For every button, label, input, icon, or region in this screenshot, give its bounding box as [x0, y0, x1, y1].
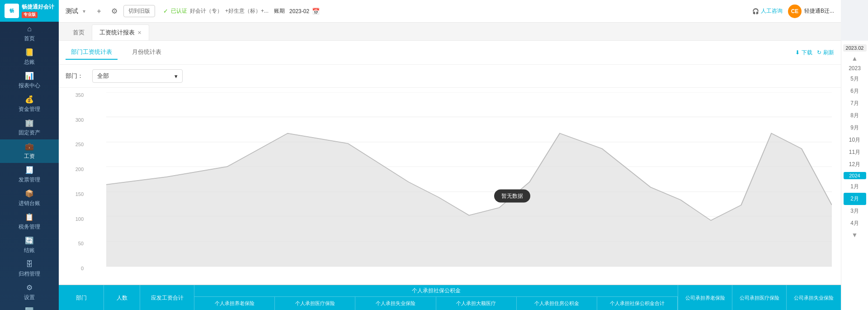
date-down-button[interactable]: ▼ [849, 229, 860, 240]
date-up-button[interactable]: ▲ [849, 53, 860, 64]
sidebar-item-sales[interactable]: 📦 进销台账 [0, 186, 59, 210]
user-menu[interactable]: CE 轻捷通B迁... [788, 5, 834, 18]
current-date-label: 2023.02 [843, 44, 867, 52]
th-personal-insurance-group: 个人承担社保公积金 个人承担养老保险 个人承担医疗保险 个人承担失业保险 个人承… [194, 285, 678, 310]
sidebar-item-home[interactable]: ⌂ 首页 [0, 22, 59, 45]
sidebar-item-archive[interactable]: 🗄 归档管理 [0, 257, 59, 281]
sidebar-item-settings[interactable]: ⚙ 设置 [0, 281, 59, 304]
logo-text: 畅捷通好会计 专业版 [22, 4, 54, 18]
switch-version-button[interactable]: 切到旧版 [123, 5, 155, 17]
module-name: 测试 [66, 7, 78, 15]
sidebar-label-ledger: 总账 [24, 58, 35, 66]
th-personal-housing: 个人承担住房公积金 [517, 297, 597, 310]
tab-home[interactable]: 首页 [66, 25, 92, 40]
month-2023-8[interactable]: 8月 [844, 110, 866, 122]
th-personal-pension: 个人承担养老保险 [194, 297, 275, 310]
sidebar-item-checkout[interactable]: 🔄 结账 [0, 234, 59, 257]
sidebar-label-checkout: 结账 [24, 247, 35, 254]
settings-icon: ⚙ [26, 283, 33, 292]
assets-icon: 🏢 [25, 119, 34, 127]
calendar-icon[interactable]: 📅 [312, 8, 320, 15]
table-header: 部门 人数 应发工资合计 个人承担社保公积金 个人承担养老保险 个人承担医疗保险… [59, 285, 841, 310]
chart-container: 350 300 250 200 150 100 50 0 暂无数据 [59, 88, 841, 285]
sidebar-item-invoice[interactable]: 🧾 发票管理 [0, 163, 59, 186]
month-2024-2[interactable]: 2月 [844, 193, 866, 205]
home-icon: ⌂ [27, 25, 32, 33]
header-actions: ⬇ 下载 ↻ 刷新 [795, 49, 834, 57]
refresh-button[interactable]: ↻ 刷新 [817, 49, 834, 57]
salary-icon: 💼 [25, 142, 34, 151]
th-personal-unemployment: 个人承担失业保险 [355, 297, 436, 310]
sidebar-label-funds: 资金管理 [19, 105, 40, 113]
sidebar-label-reports: 报表中心 [19, 82, 40, 90]
sidebar-label-assets: 固定资产 [19, 129, 40, 137]
service-button[interactable]: 🎧 人工咨询 [752, 7, 783, 15]
tab-close-icon[interactable]: ✕ [137, 30, 142, 36]
chart-area-fill [106, 134, 832, 267]
month-2023-11[interactable]: 11月 [844, 146, 866, 158]
month-2023-9[interactable]: 9月 [844, 122, 866, 134]
sidebar-item-funds[interactable]: 💰 资金管理 [0, 92, 59, 116]
sidebar-item-assets[interactable]: 🏢 固定资产 [0, 116, 59, 139]
year-2023-label: 2023 [844, 64, 866, 73]
certified-label: 已认证 [171, 7, 187, 15]
sidebar-item-ledger[interactable]: 📒 总账 [0, 45, 59, 69]
dept-select[interactable]: 全部 ▾ [92, 69, 183, 83]
month-2023-6[interactable]: 6月 [844, 85, 866, 97]
tab-salary-report[interactable]: 工资统计报表 ✕ [92, 24, 149, 40]
sidebar-label-invoice: 发票管理 [19, 176, 40, 184]
month-2024-3[interactable]: 3月 [844, 205, 866, 217]
sub-tab-dept[interactable]: 部门工资统计表 [66, 45, 118, 60]
th-personal-insurance-title: 个人承担社保公积金 [194, 285, 678, 297]
funds-icon: 💰 [25, 95, 34, 104]
dropdown-arrow-icon[interactable]: ▾ [83, 8, 85, 14]
period-label: 账期 [274, 7, 285, 15]
month-2023-5[interactable]: 5月 [844, 73, 866, 85]
invoice-icon: 🧾 [25, 166, 34, 174]
topbar: 测试 ▾ + ⚙ 切到旧版 ✓ 已认证 好会计（专） +好生意（标）+... 账… [59, 0, 841, 23]
sidebar-item-guide[interactable]: 🆕 新手引导 [0, 304, 59, 310]
sidebar-label-tax: 税务管理 [19, 223, 40, 231]
date-panel: 2023.02 ▲ 2023 5月 6月 7月 8月 9月 10月 11月 12… [841, 41, 868, 310]
sidebar-label-home: 首页 [24, 35, 35, 43]
month-2023-12[interactable]: 12月 [844, 158, 866, 171]
settings-button[interactable]: ⚙ [108, 5, 121, 18]
accounting-label: 好会计（专） [190, 7, 222, 15]
sub-tabs-bar: 部门工资统计表 月份统计表 ⬇ 下载 ↻ 刷新 [59, 41, 841, 65]
refresh-icon: ↻ [817, 49, 821, 56]
select-arrow-icon: ▾ [175, 73, 178, 80]
tab-salary-label: 工资统计报表 [99, 29, 135, 37]
sidebar-label-settings: 设置 [24, 294, 35, 301]
archive-icon: 🗄 [26, 260, 33, 268]
sales-icon: 📦 [25, 189, 34, 198]
checkout-icon: 🔄 [25, 236, 34, 245]
sub-tab-monthly[interactable]: 月份统计表 [127, 45, 167, 60]
toolbar: 部门： 全部 ▾ [59, 65, 841, 88]
year-2024-badge: 2024 [844, 172, 866, 179]
user-name: 轻捷通B迁... [804, 7, 834, 15]
th-personal-total: 个人承担社保公积金合计 [597, 297, 678, 310]
sidebar-item-tax[interactable]: 📋 税务管理 [0, 210, 59, 234]
sidebar-label-sales: 进销台账 [19, 200, 40, 207]
month-2023-10[interactable]: 10月 [844, 134, 866, 146]
certified-icon: ✓ [163, 8, 168, 14]
avatar: CE [788, 5, 802, 18]
month-2024-1[interactable]: 1月 [844, 181, 866, 193]
reports-icon: 📊 [25, 72, 34, 80]
month-2024-4[interactable]: 4月 [844, 217, 866, 229]
th-company-pension: 公司承担养老保险 [678, 285, 732, 310]
th-dept: 部门 [59, 285, 104, 310]
sidebar-item-reports[interactable]: 📊 报表中心 [0, 69, 59, 92]
tabbar: 首页 工资统计报表 ✕ [59, 23, 841, 41]
th-company-unemployment: 公司承担失业保险 [787, 285, 841, 310]
add-button[interactable]: + [93, 5, 105, 18]
headset-icon: 🎧 [752, 8, 759, 14]
logo-icon: 畅 [5, 4, 19, 18]
sidebar-item-salary[interactable]: 💼 工资 [0, 139, 59, 163]
guide-icon: 🆕 [25, 307, 34, 310]
download-button[interactable]: ⬇ 下载 [795, 49, 812, 57]
th-personal-medical: 个人承担医疗保险 [275, 297, 355, 310]
status-area: ✓ 已认证 好会计（专） +好生意（标）+... 账期 2023-02 📅 [163, 7, 320, 15]
month-2023-7[interactable]: 7月 [844, 97, 866, 110]
line-chart [106, 92, 832, 267]
